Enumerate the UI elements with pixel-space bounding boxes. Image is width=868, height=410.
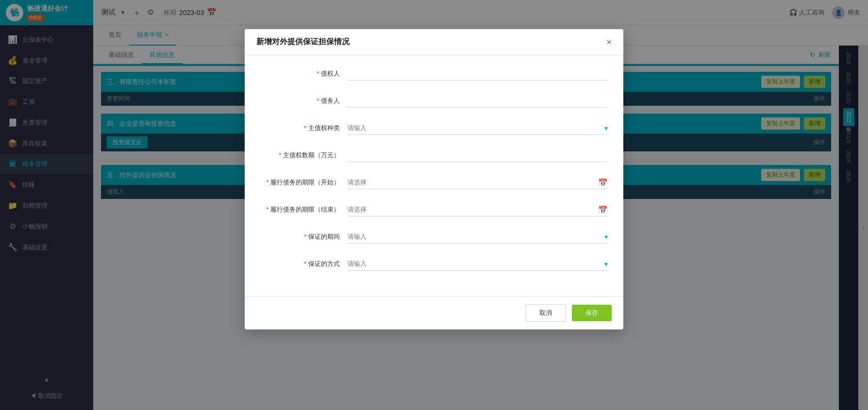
guarantee-period-field: ▾: [348, 230, 608, 244]
claim-amount-label-text: 主债权数额（万元）: [283, 151, 340, 159]
form-row-debtor: * 债务人: [260, 94, 608, 108]
debtor-field: [348, 94, 608, 108]
debtor-input[interactable]: [348, 94, 608, 108]
debt-start-label: * 履行债务的期限（开始）: [260, 178, 348, 187]
guarantee-method-label: * 保证的方式: [260, 260, 348, 268]
guarantee-method-label-text: 保证的方式: [308, 260, 340, 267]
claim-type-label: * 主债权种类: [260, 124, 348, 132]
creditor-label-text: 债权人: [321, 70, 340, 77]
claim-type-wrap: ▾: [348, 121, 608, 135]
claim-amount-field: [348, 148, 608, 162]
save-button[interactable]: 保存: [572, 305, 612, 321]
debt-start-wrap: 📅: [348, 176, 608, 189]
guarantee-period-wrap: ▾: [348, 230, 608, 244]
guarantee-method-wrap: ▾: [348, 257, 608, 271]
creditor-label: * 债权人: [260, 69, 348, 78]
modal-close-btn[interactable]: ×: [606, 38, 612, 47]
required-star: *: [304, 124, 306, 131]
debtor-label-text: 债务人: [321, 97, 340, 104]
form-row-debt-start: * 履行债务的期限（开始） 📅: [260, 176, 608, 189]
claim-amount-label: * 主债权数额（万元）: [260, 151, 348, 160]
debt-end-wrap: 📅: [348, 203, 608, 216]
required-star: *: [266, 179, 268, 186]
form-row-creditor: * 债权人: [260, 67, 608, 81]
modal-body: * 债权人 * 债务人: [245, 55, 623, 296]
required-star: *: [317, 97, 319, 104]
debt-end-input[interactable]: [348, 203, 608, 216]
creditor-field: [348, 67, 608, 81]
modal-footer: 取消 保存: [245, 296, 623, 329]
guarantee-period-label: * 保证的期间: [260, 232, 348, 241]
debt-start-input[interactable]: [348, 176, 608, 189]
claim-amount-input[interactable]: [348, 148, 608, 162]
required-star: *: [266, 206, 268, 213]
calendar-start-icon[interactable]: 📅: [598, 178, 608, 187]
debtor-label: * 债务人: [260, 97, 348, 105]
form-row-debt-end: * 履行债务的期限（结束） 📅: [260, 203, 608, 216]
creditor-input[interactable]: [348, 67, 608, 81]
required-star: *: [304, 233, 306, 240]
guarantee-period-input[interactable]: [348, 230, 608, 244]
required-star: *: [279, 151, 281, 159]
claim-type-field: ▾: [348, 121, 608, 135]
form-row-claim-amount: * 主债权数额（万元）: [260, 148, 608, 162]
cancel-button[interactable]: 取消: [525, 304, 566, 322]
form-row-claim-type: * 主债权种类 ▾: [260, 121, 608, 135]
modal-header: 新增对外提供保证担保情况 ×: [245, 29, 623, 55]
form-row-guarantee-method: * 保证的方式 ▾: [260, 257, 608, 271]
guarantee-period-label-text: 保证的期间: [308, 233, 340, 240]
modal-dialog: 新增对外提供保证担保情况 × * 债权人 *: [245, 29, 623, 329]
claim-type-input[interactable]: [348, 121, 608, 135]
guarantee-method-field: ▾: [348, 257, 608, 271]
modal-title: 新增对外提供保证担保情况: [256, 37, 350, 47]
form-row-guarantee-period: * 保证的期间 ▾: [260, 230, 608, 244]
debt-start-field: 📅: [348, 176, 608, 189]
debt-end-label: * 履行债务的期限（结束）: [260, 205, 348, 214]
debt-end-label-text: 履行债务的期限（结束）: [270, 206, 340, 213]
calendar-end-icon[interactable]: 📅: [598, 205, 608, 214]
debt-start-label-text: 履行债务的期限（开始）: [270, 179, 340, 186]
modal-overlay: 新增对外提供保证担保情况 × * 债权人 *: [0, 0, 868, 410]
claim-type-label-text: 主债权种类: [308, 124, 340, 131]
debt-end-field: 📅: [348, 203, 608, 216]
required-star: *: [304, 260, 306, 267]
guarantee-method-input[interactable]: [348, 257, 608, 271]
required-star: *: [317, 70, 319, 77]
